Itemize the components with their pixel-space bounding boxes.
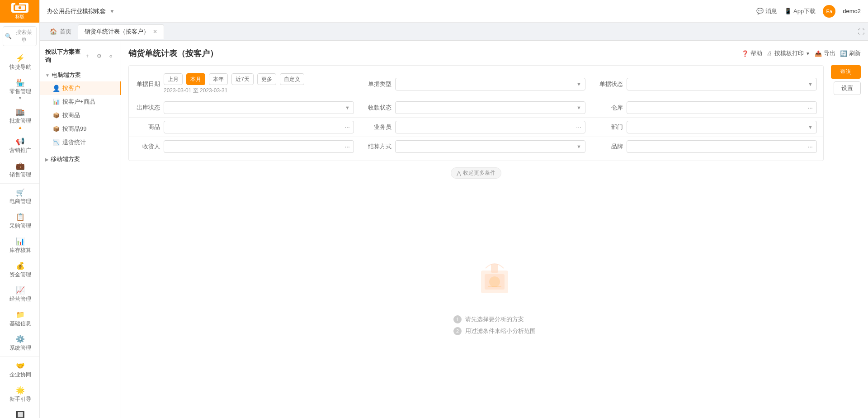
message-button[interactable]: 💬 消息 [756,7,777,15]
help-button[interactable]: ❓ 帮助 [741,49,762,57]
sidebar-item-inventory[interactable]: 📊 库存核算 [0,233,39,258]
tabbar: 🏠 首页 销货单统计表（按客户） ✕ ⛶ [40,23,868,41]
warehouse-input[interactable]: ··· [627,101,817,114]
svg-point-3 [19,6,21,9]
ecommerce-icon: 🛒 [16,188,25,197]
retail-icon: 🏪 [16,78,25,87]
topbar-dropdown-icon[interactable]: ▼ [109,8,115,14]
brand-input[interactable]: ··· [627,140,817,153]
tree-item-return-stats[interactable]: 📉 退货统计 [40,136,121,149]
empty-tip-1: 1 请先选择要分析的方案 [453,315,536,323]
doc-status-label: 单据状态 [598,80,623,88]
sidebar-item-new-guide[interactable]: 🌟 新手引导 [0,382,39,407]
settings-scheme-button[interactable]: ⚙ [94,52,104,61]
tree-group-desktop: ▼ 电脑端方案 👤 按客户 📊 按客户+商品 📦 按商品 📦 按商品 [40,67,121,151]
refresh-button[interactable]: 🔄 刷新 [840,49,861,57]
empty-tip-2: 2 用过滤条件来缩小分析范围 [453,327,536,335]
sidebar-item-base-info[interactable]: 📁 基础信息 [0,307,39,331]
collapse-filters-button[interactable]: ⋀ 收起更多条件 [451,167,501,179]
tree-group-desktop-header[interactable]: ▼ 电脑端方案 [40,69,121,81]
settlement-select[interactable]: ▼ [395,140,585,153]
print-button[interactable]: 🖨 按模板打印 ▼ [767,49,810,57]
date-more-btn[interactable]: 更多 [257,73,276,85]
topbar: 办公用品行业模拟账套 ▼ 💬 消息 📱 App下载 Ea demo2 [40,0,868,23]
tree-item-by-customer-goods[interactable]: 📊 按客户+商品 [40,95,121,109]
message-icon: 💬 [756,8,764,14]
payment-status-select[interactable]: ▼ [395,101,585,114]
date-label: 单据日期 [135,80,160,88]
search-menu-button[interactable]: 🔍 搜索菜单 [3,26,37,46]
sidebar-item-operations[interactable]: 📈 经营管理 [0,282,39,307]
return-stats-icon: 📉 [52,139,60,146]
page-title-bar: 销货单统计表（按客户） ❓ 帮助 🖨 按模板打印 ▼ 📤 导出 [128,48,861,59]
sidebar-item-wholesale[interactable]: 🏬 批发管理 ▲ [0,104,39,133]
add-scheme-button[interactable]: + [83,52,92,61]
date-this-month-btn[interactable]: 本月 [186,73,205,85]
date-last-month-btn[interactable]: 上月 [164,73,183,85]
receiver-input[interactable]: ··· [164,140,354,153]
topbar-left: 办公用品行业模拟账套 ▼ [47,7,115,15]
app-download-button[interactable]: 📱 App下载 [784,7,816,15]
doc-status-select[interactable]: ▼ [627,78,817,90]
inventory-icon: 📊 [16,237,25,246]
tree-group-mobile-header[interactable]: ▶ 移动端方案 [40,153,121,166]
ship-status-select[interactable]: ▼ [164,101,354,114]
tab-sales-stats[interactable]: 销货单统计表（按客户） ✕ [78,24,164,39]
customer-icon: 👤 [52,85,60,92]
tree-item-by-customer[interactable]: 👤 按客户 [40,81,121,95]
empty-state: 1 请先选择要分析的方案 2 用过滤条件来缩小分析范围 [128,181,861,411]
svg-rect-7 [491,264,498,273]
tab-home[interactable]: 🏠 首页 [43,24,78,39]
sidebar-item-sales[interactable]: 💼 销售管理 [0,158,39,182]
goods-filter-label: 商品 [135,123,160,131]
salesperson-dots-icon: ··· [576,124,581,131]
sidebar-item-marketing[interactable]: 📢 营销推广 [0,133,39,158]
enterprise-icon: 🤝 [16,361,25,370]
doc-status-chevron: ▼ [808,81,813,87]
goods-dots-icon: ··· [344,124,350,131]
doc-type-select[interactable]: ▼ [395,78,585,90]
filter-grid: 单据日期 上月 本月 本年 近7天 更多 自定义 [129,70,823,156]
sidebar-item-system[interactable]: ⚙️ 系统管理 [0,331,39,356]
doc-type-chevron: ▼ [576,81,581,87]
export-button[interactable]: 📤 导出 [815,49,835,57]
department-select[interactable]: ▼ [627,121,817,133]
sidebar-item-ecommerce[interactable]: 🛒 电商管理 [0,185,39,209]
panel-title: 按以下方案查询 [45,48,83,64]
settings-button[interactable]: 设置 [834,81,861,95]
tab-close-button[interactable]: ✕ [153,28,157,35]
brand-label: 品牌 [598,142,623,151]
salesperson-label: 业务员 [367,123,392,131]
receiver-label: 收货人 [135,142,160,151]
date-this-year-btn[interactable]: 本年 [209,73,228,85]
tree-item-by-goods[interactable]: 📦 按商品 [40,109,121,122]
sidebar-item-quick-nav[interactable]: ⚡ 快捷导航 [0,50,39,75]
goods-input[interactable]: ··· [164,121,354,133]
empty-state-icon [472,257,517,306]
left-panel: 按以下方案查询 + ⚙ « ▼ 电脑端方案 👤 按客户 📊 [40,41,121,418]
salesperson-input[interactable]: ··· [395,121,585,133]
query-button[interactable]: 查询 [831,65,861,79]
sidebar-item-app-center[interactable]: 🔲 应用中心 [0,407,39,418]
date-custom-btn[interactable]: 自定义 [280,73,304,85]
filter-cell-salesperson: 业务员 ··· [360,118,592,137]
tree-item-by-goods-99[interactable]: 📦 按商品99 [40,122,121,136]
sidebar-item-purchase[interactable]: 📋 采购管理 [0,209,39,233]
collapse-panel-button[interactable]: « [106,52,115,61]
goods-icon: 📦 [52,112,60,119]
date-range: 2023-03-01 至 2023-03-31 [164,87,354,95]
user-name: demo2 [843,8,861,14]
new-guide-icon: 🌟 [16,386,25,394]
ship-status-label: 出库状态 [135,104,160,112]
tip-num-1: 1 [453,315,462,323]
maximize-icon[interactable]: ⛶ [858,28,864,35]
finance-icon: 💰 [16,261,25,270]
payment-status-label: 收款状态 [367,104,392,112]
sidebar-item-enterprise[interactable]: 🤝 企业协同 [0,358,39,382]
sidebar-item-finance[interactable]: 💰 资金管理 [0,258,39,282]
avatar[interactable]: Ea [823,5,835,18]
date-7days-btn[interactable]: 近7天 [231,73,254,85]
ship-status-chevron: ▼ [345,105,350,110]
sidebar-item-retail[interactable]: 🏪 零售管理 ▼ [0,75,39,104]
page-actions: ❓ 帮助 🖨 按模板打印 ▼ 📤 导出 🔄 刷新 [741,49,861,57]
